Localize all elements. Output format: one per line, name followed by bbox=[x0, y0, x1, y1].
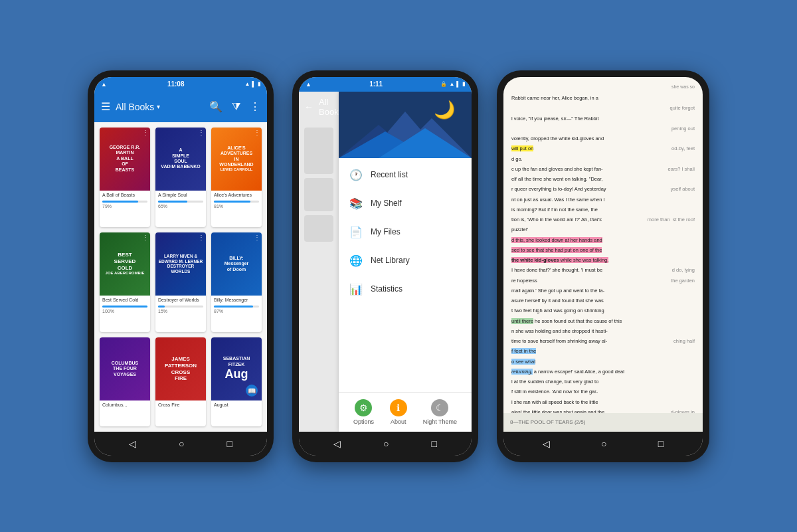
book-title-ball-beasts: A Ball of Beasts bbox=[100, 191, 150, 199]
signal-icon-2: ▌ bbox=[456, 81, 460, 87]
drawer-item-shelf-label: My Shelf bbox=[371, 199, 402, 208]
book-item-billy[interactable]: BILLY:Messengerof Doom ⋮ Billy: Messenge… bbox=[211, 232, 262, 332]
drawer-overlay: ← All Books 🔍 ⧩ ⋮ bbox=[299, 92, 472, 432]
progress-bar bbox=[214, 306, 259, 308]
footer-about-btn[interactable]: ℹ About bbox=[390, 399, 407, 425]
drawer-item-files[interactable]: 📄 My Files bbox=[339, 218, 472, 246]
drawer-item-net-library-label: Net Library bbox=[371, 256, 410, 265]
drawer-item-recent[interactable]: 🕐 Recent list bbox=[339, 161, 472, 189]
reading-line: quite forgot bbox=[511, 104, 695, 112]
progress-bar bbox=[158, 306, 203, 308]
more-icon[interactable]: ⋮ bbox=[198, 129, 205, 136]
recent-nav-icon-2[interactable]: □ bbox=[432, 438, 437, 449]
reading-page[interactable]: she was so Rabbit came near her, Alice b… bbox=[503, 77, 703, 413]
phone-1-nav-bar: ◁ ○ □ bbox=[94, 432, 267, 456]
progress-fill bbox=[214, 306, 253, 308]
hamburger-icon[interactable]: ☰ bbox=[101, 100, 110, 113]
reading-line: n she was holding and she dropped it has… bbox=[511, 327, 695, 335]
search-icon[interactable]: 🔍 bbox=[209, 100, 222, 113]
background-content: ← All Books 🔍 ⧩ ⋮ bbox=[299, 92, 339, 432]
drawer-item-statistics[interactable]: 📊 Statistics bbox=[339, 275, 472, 304]
phone-1-time: 11:08 bbox=[167, 80, 185, 88]
phone-1-app-bar: ☰ All Books ▾ 🔍 ⧩ ⋮ bbox=[94, 92, 267, 122]
highlight-blue-2: o see what bbox=[511, 359, 535, 365]
recent-nav-icon[interactable]: □ bbox=[227, 438, 232, 449]
phone-2-nav-bar: ◁ ○ □ bbox=[299, 432, 472, 456]
drawer-panel: 🌙 🕐 Recent list 📚 My Shelf 📄 bbox=[339, 92, 472, 432]
more-icon[interactable]: ⋮ bbox=[198, 234, 205, 241]
progress-bar bbox=[102, 201, 147, 203]
book-item-crossfire[interactable]: JAMES PATTERSONCROSSFIRE Cross Fire bbox=[155, 337, 206, 426]
back-nav-icon[interactable]: ◁ bbox=[129, 438, 136, 449]
phone-3: she was so Rabbit came near her, Alice b… bbox=[497, 70, 709, 462]
lock-icon: 🔒 bbox=[440, 81, 447, 87]
reading-line: od-by, feet will put on bbox=[511, 145, 695, 152]
book-cover-destroyer: LARRY NIVEN &EDWARD M. LERNERDESTROYERWO… bbox=[155, 232, 206, 296]
filter-icon[interactable]: ⧩ bbox=[232, 101, 240, 113]
more-icon[interactable]: ⋮ bbox=[254, 234, 260, 241]
footer-options-btn[interactable]: ⚙ Options bbox=[353, 399, 374, 425]
bg-title: All Books bbox=[319, 97, 339, 117]
drawer-header: 🌙 bbox=[339, 92, 472, 158]
reading-line: l at the sudden change, but very glad to bbox=[511, 378, 695, 385]
book-item-best-served-cold[interactable]: BESTSERVEDCOLDJOE ABERCROMBIE ⋮ Best Ser… bbox=[100, 232, 150, 332]
progress-bar bbox=[214, 201, 259, 203]
reading-line: d go. bbox=[511, 155, 695, 163]
reading-line: l she ran with all speed back to the lit… bbox=[511, 399, 695, 406]
recent-nav-icon-3[interactable]: □ bbox=[658, 438, 664, 449]
book-item-columbus[interactable]: COLUMBUSTHE FOURVOYAGES Columbus... bbox=[100, 337, 150, 426]
drawer-item-net-library[interactable]: 🌐 Net Library bbox=[339, 246, 472, 275]
book-title-crossfire: Cross Fire bbox=[155, 400, 206, 409]
back-nav-icon-2[interactable]: ◁ bbox=[333, 438, 341, 449]
drawer-item-statistics-label: Statistics bbox=[371, 284, 402, 294]
drawer-item-shelf[interactable]: 📚 My Shelf bbox=[339, 189, 472, 218]
book-percent: 79% bbox=[100, 204, 150, 211]
footer-night-theme-btn[interactable]: ☾ Night Theme bbox=[423, 399, 457, 425]
drawer-menu-items: 🕐 Recent list 📚 My Shelf 📄 My Files bbox=[339, 158, 472, 392]
status-icons-2: 🔒 ▲ ▌ ▮ bbox=[440, 81, 465, 87]
reading-line: ears? I shallc up the fan and gloves and… bbox=[511, 165, 695, 173]
dropdown-arrow-icon[interactable]: ▾ bbox=[157, 103, 160, 110]
book-item-simple-soul[interactable]: ASIMPLESOULVADIM BABENKO ⋮ A Simple Soul… bbox=[155, 128, 206, 227]
book-item-ball-beasts[interactable]: GEORGE R.R.MARTINA BALLOFBEASTS ⋮ A Ball… bbox=[100, 128, 150, 227]
drawer-item-files-label: My Files bbox=[371, 227, 400, 236]
bg-book-row-1 bbox=[304, 128, 333, 174]
book-item-destroyer[interactable]: LARRY NIVEN &EDWARD M. LERNERDESTROYERWO… bbox=[155, 232, 206, 332]
chapter-footer-text: 8—THE POOL OF TEARS (2/5) bbox=[510, 419, 585, 425]
reading-line: asure herself by it and found that she w… bbox=[511, 297, 695, 304]
more-icon[interactable]: ⋮ bbox=[254, 129, 260, 136]
highlight-pink-3: the white kid-gloves while she was talki… bbox=[511, 257, 608, 263]
reading-line: yself aboutr queer everything is to-day!… bbox=[511, 185, 695, 193]
progress-bar bbox=[102, 306, 147, 308]
book-cover-text: GEORGE R.R.MARTINA BALLOFBEASTS bbox=[100, 128, 150, 191]
app-bar-actions: 🔍 ⧩ ⋮ bbox=[209, 100, 260, 113]
more-icon[interactable]: ⋮ bbox=[142, 129, 149, 136]
reading-line: elf all the time she went on talking. "D… bbox=[511, 175, 695, 183]
home-nav-icon[interactable]: ○ bbox=[179, 438, 184, 449]
book-cover-simple-soul: ASIMPLESOULVADIM BABENKO ⋮ bbox=[155, 128, 206, 191]
book-title-simple-soul: A Simple Soul bbox=[155, 191, 206, 199]
book-title-alice: Alice's Adventures bbox=[211, 191, 262, 199]
home-nav-icon-2[interactable]: ○ bbox=[383, 438, 389, 449]
phone-2-screen: ▲ 1:11 🔒 ▲ ▌ ▮ ← All Books 🔍 bbox=[299, 77, 472, 456]
home-nav-icon-3[interactable]: ○ bbox=[601, 438, 606, 449]
reading-line: st the roofmore thantion is, 'Who in the… bbox=[511, 216, 695, 223]
book-title-best-served-cold: Best Served Cold bbox=[100, 296, 150, 304]
footer-options-label: Options bbox=[353, 418, 374, 425]
reading-line: Rabbit came near her, Alice began, in a bbox=[511, 94, 695, 102]
more-options-icon[interactable]: ⋮ bbox=[250, 100, 260, 113]
reading-footer: 8—THE POOL OF TEARS (2/5) bbox=[503, 413, 703, 432]
more-icon[interactable]: ⋮ bbox=[142, 234, 149, 241]
book-item-aug[interactable]: SEBASTIANFITZEKAug 📖 August bbox=[211, 337, 262, 426]
progress-fill bbox=[102, 306, 147, 308]
book-item-alice[interactable]: ALICE'SADVENTURESINWONDERLANDLEWIS CARRO… bbox=[211, 128, 262, 227]
phone-2-time: 1:11 bbox=[369, 80, 383, 88]
shelf-icon: 📚 bbox=[349, 197, 363, 210]
signal-bars-icon: ▌ bbox=[252, 81, 256, 87]
book-percent: 87% bbox=[211, 309, 262, 315]
night-theme-icon: ☾ bbox=[431, 399, 448, 416]
book-percent: 15% bbox=[155, 309, 206, 315]
book-cover-best-served-cold: BESTSERVEDCOLDJOE ABERCROMBIE ⋮ bbox=[100, 232, 150, 296]
back-nav-icon-3[interactable]: ◁ bbox=[543, 438, 550, 449]
book-cover-billy: BILLY:Messengerof Doom ⋮ bbox=[211, 232, 262, 296]
